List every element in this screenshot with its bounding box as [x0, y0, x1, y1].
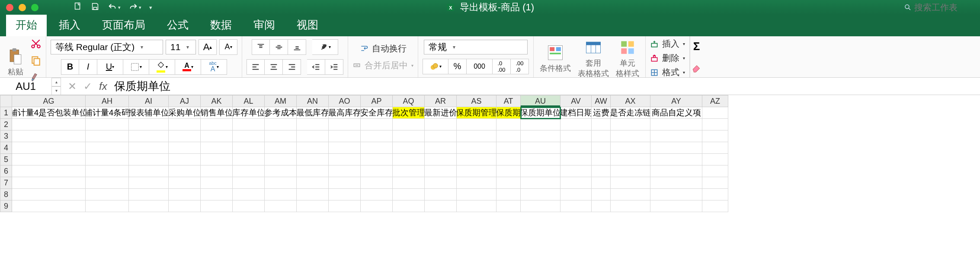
- cell-AT9[interactable]: [496, 200, 521, 212]
- cell-AU1[interactable]: 保质期单位: [521, 107, 560, 119]
- format-as-table-button[interactable]: 套用 表格格式: [576, 38, 611, 79]
- column-header-AG[interactable]: AG: [12, 95, 86, 107]
- cell-AL3[interactable]: [233, 130, 265, 142]
- phonetic-guide-button[interactable]: abcA ▾: [201, 59, 227, 75]
- cell-AW3[interactable]: [592, 130, 611, 142]
- cell-AQ5[interactable]: [393, 154, 425, 165]
- cell-AK6[interactable]: [201, 165, 233, 177]
- paste-button[interactable]: 粘贴: [4, 47, 27, 77]
- cell-AN4[interactable]: [297, 142, 329, 154]
- cell-AQ2[interactable]: [393, 119, 425, 130]
- cell-AO6[interactable]: [329, 165, 361, 177]
- insert-cells-button[interactable]: 插入▾: [650, 38, 685, 50]
- cell-AG8[interactable]: [12, 189, 86, 200]
- cell-AP1[interactable]: 安全库存: [361, 107, 393, 119]
- cell-AN1[interactable]: 最低库存: [297, 107, 329, 119]
- name-box-stepper[interactable]: ▴▾: [51, 78, 61, 95]
- cell-AR8[interactable]: [425, 189, 457, 200]
- column-header-AY[interactable]: AY: [650, 95, 702, 107]
- name-box[interactable]: AU1: [0, 78, 52, 95]
- column-header-AS[interactable]: AS: [457, 95, 496, 107]
- merge-center-button[interactable]: 合并后居中▾: [352, 60, 413, 71]
- cell-AU4[interactable]: [521, 142, 560, 154]
- cell-AT2[interactable]: [496, 119, 521, 130]
- cell-AJ3[interactable]: [169, 130, 201, 142]
- cell-AZ3[interactable]: [702, 130, 728, 142]
- cell-AW6[interactable]: [592, 165, 611, 177]
- cell-AS3[interactable]: [457, 130, 496, 142]
- search-area[interactable]: [904, 3, 975, 13]
- cell-AS2[interactable]: [457, 119, 496, 130]
- cell-AR9[interactable]: [425, 200, 457, 212]
- cell-AP9[interactable]: [361, 200, 393, 212]
- align-middle-icon[interactable]: [270, 39, 288, 55]
- cell-AM5[interactable]: [265, 154, 297, 165]
- cell-AJ8[interactable]: [169, 189, 201, 200]
- qat-customize-icon[interactable]: ▾: [149, 4, 152, 11]
- cell-AX7[interactable]: [611, 177, 650, 189]
- tab-review[interactable]: 审阅: [244, 13, 285, 36]
- tab-home[interactable]: 开始: [6, 13, 47, 36]
- percent-button[interactable]: %: [448, 59, 467, 74]
- cell-AT6[interactable]: [496, 165, 521, 177]
- cell-AJ5[interactable]: [169, 154, 201, 165]
- minimize-window-button[interactable]: [19, 4, 26, 11]
- cell-AJ2[interactable]: [169, 119, 201, 130]
- cell-AV8[interactable]: [560, 189, 592, 200]
- cell-AJ9[interactable]: [169, 200, 201, 212]
- undo-icon[interactable]: ▾: [108, 3, 121, 12]
- cell-AU8[interactable]: [521, 189, 560, 200]
- cell-AL4[interactable]: [233, 142, 265, 154]
- cell-AS7[interactable]: [457, 177, 496, 189]
- align-bottom-icon[interactable]: [288, 39, 306, 55]
- cell-AJ6[interactable]: [169, 165, 201, 177]
- cell-AQ8[interactable]: [393, 189, 425, 200]
- cell-AX1[interactable]: 是否走冻链: [611, 107, 650, 119]
- cell-AL6[interactable]: [233, 165, 265, 177]
- cell-AQ4[interactable]: [393, 142, 425, 154]
- cell-AJ4[interactable]: [169, 142, 201, 154]
- cell-AX2[interactable]: [611, 119, 650, 130]
- cell-AN7[interactable]: [297, 177, 329, 189]
- column-header-AU[interactable]: AU: [521, 95, 560, 107]
- cell-AZ9[interactable]: [702, 200, 728, 212]
- cell-AX3[interactable]: [611, 130, 650, 142]
- eraser-icon[interactable]: [691, 62, 702, 75]
- row-header-7[interactable]: 7: [0, 177, 12, 189]
- cell-AP7[interactable]: [361, 177, 393, 189]
- cell-AU6[interactable]: [521, 165, 560, 177]
- cell-AY7[interactable]: [650, 177, 702, 189]
- cell-AN8[interactable]: [297, 189, 329, 200]
- cell-AK5[interactable]: [201, 154, 233, 165]
- decrease-font-icon[interactable]: A▾: [219, 39, 237, 55]
- cell-AO9[interactable]: [329, 200, 361, 212]
- close-window-button[interactable]: [6, 4, 13, 11]
- column-header-AN[interactable]: AN: [297, 95, 329, 107]
- fx-icon[interactable]: fx: [99, 80, 107, 92]
- cell-AG5[interactable]: [12, 154, 86, 165]
- cell-AI9[interactable]: [129, 200, 169, 212]
- tab-view[interactable]: 视图: [287, 13, 328, 36]
- italic-button[interactable]: I: [79, 59, 97, 75]
- tab-data[interactable]: 数据: [201, 13, 241, 36]
- formula-bar-value[interactable]: 保质期单位: [114, 79, 170, 94]
- column-header-AP[interactable]: AP: [361, 95, 393, 107]
- column-header-AL[interactable]: AL: [233, 95, 265, 107]
- cell-AT3[interactable]: [496, 130, 521, 142]
- font-color-button[interactable]: A ▾: [175, 59, 201, 75]
- cell-AH2[interactable]: [86, 119, 129, 130]
- increase-decimal-icon[interactable]: .0.00: [493, 59, 511, 74]
- column-header-AI[interactable]: AI: [129, 95, 169, 107]
- cell-AZ6[interactable]: [702, 165, 728, 177]
- cell-AM8[interactable]: [265, 189, 297, 200]
- cell-AW8[interactable]: [592, 189, 611, 200]
- cell-AR3[interactable]: [425, 130, 457, 142]
- column-header-AT[interactable]: AT: [496, 95, 521, 107]
- cell-AL5[interactable]: [233, 154, 265, 165]
- cell-AV3[interactable]: [560, 130, 592, 142]
- column-header-AH[interactable]: AH: [86, 95, 129, 107]
- cell-AO3[interactable]: [329, 130, 361, 142]
- tab-page-layout[interactable]: 页面布局: [93, 13, 155, 36]
- currency-button[interactable]: ▾: [423, 59, 448, 74]
- column-header-AX[interactable]: AX: [611, 95, 650, 107]
